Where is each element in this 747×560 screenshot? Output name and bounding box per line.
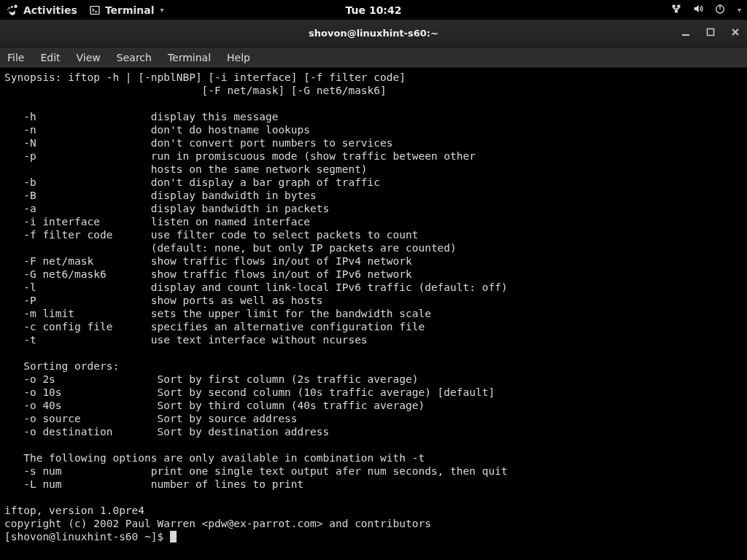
svg-point-3 bbox=[7, 9, 9, 10]
term-line: -L num number of lines to print bbox=[4, 478, 303, 490]
clock[interactable]: Tue 10:42 bbox=[346, 4, 402, 16]
terminal-icon bbox=[89, 4, 101, 16]
term-line: -o 10s Sort by second column (10s traffi… bbox=[4, 386, 495, 398]
close-button[interactable] bbox=[729, 28, 741, 39]
term-line: -b don't display a bar graph of traffic bbox=[4, 176, 380, 188]
term-line: Sorting orders: bbox=[4, 360, 119, 372]
chevron-down-icon: ▾ bbox=[160, 6, 164, 14]
term-line: -o 40s Sort by third column (40s traffic… bbox=[4, 400, 425, 411]
term-line: The following options are only available… bbox=[4, 452, 425, 464]
term-line: -o 2s Sort by first column (2s traffic a… bbox=[4, 373, 418, 385]
term-line: -p run in promiscuous mode (show traffic… bbox=[4, 150, 476, 162]
cursor-icon bbox=[170, 531, 177, 542]
menu-search[interactable]: Search bbox=[117, 52, 152, 63]
term-line: -m limit sets the upper limit for the ba… bbox=[4, 308, 431, 319]
svg-rect-6 bbox=[677, 5, 680, 8]
menu-view[interactable]: View bbox=[77, 52, 101, 63]
window-title: shovon@linuxhint-s60:~ bbox=[309, 28, 438, 39]
maximize-button[interactable] bbox=[705, 28, 716, 39]
window-titlebar[interactable]: shovon@linuxhint-s60:~ bbox=[0, 20, 747, 47]
activities-button[interactable]: Activities bbox=[23, 4, 77, 16]
gnome-logo-icon bbox=[6, 4, 19, 17]
term-line: -o source Sort by source address bbox=[4, 413, 298, 424]
menu-bar: File Edit View Search Terminal Help bbox=[0, 47, 747, 68]
term-line: -t use text interface without ncurses bbox=[4, 334, 368, 346]
svg-point-1 bbox=[11, 6, 13, 8]
menu-file[interactable]: File bbox=[7, 52, 24, 63]
svg-rect-9 bbox=[682, 34, 689, 36]
term-line: copyright (c) 2002 Paul Warren <pdw@ex-p… bbox=[4, 518, 431, 529]
system-status-area[interactable]: ▾ bbox=[670, 3, 741, 17]
svg-rect-4 bbox=[90, 6, 99, 14]
term-line: -a display bandwidth in packets bbox=[4, 203, 329, 214]
term-line: -i interface listen on named interface bbox=[4, 216, 310, 228]
minimize-button[interactable] bbox=[680, 28, 692, 39]
term-line: -B display bandwidth in bytes bbox=[4, 190, 317, 201]
term-line: (default: none, but only IP packets are … bbox=[4, 242, 457, 254]
svg-rect-7 bbox=[675, 9, 678, 12]
menu-terminal[interactable]: Terminal bbox=[168, 52, 211, 63]
term-line: -f filter code use filter code to select… bbox=[4, 229, 418, 241]
network-icon[interactable] bbox=[670, 3, 682, 17]
term-line: iftop, version 1.0pre4 bbox=[4, 505, 144, 516]
term-line: -h display this message bbox=[4, 111, 278, 122]
svg-rect-10 bbox=[708, 29, 714, 36]
term-line: -G net6/mask6 show traffic flows in/out … bbox=[4, 268, 412, 280]
terminal-output[interactable]: Synopsis: iftop -h | [-npblNBP] [-i inte… bbox=[0, 68, 747, 560]
svg-rect-5 bbox=[673, 5, 676, 8]
term-line: -P show ports as well as hosts bbox=[4, 295, 323, 306]
terminal-window: shovon@linuxhint-s60:~ File Edit View Se… bbox=[0, 20, 747, 560]
current-app-menu[interactable]: Terminal ▾ bbox=[89, 4, 164, 16]
term-line: -l display and count link-local IPv6 tra… bbox=[4, 281, 508, 293]
gnome-top-bar: Activities Terminal ▾ Tue 10:42 ▾ bbox=[0, 0, 747, 20]
current-app-label: Terminal bbox=[105, 4, 155, 16]
term-line: -c config file specifies an alternative … bbox=[4, 321, 425, 332]
svg-point-2 bbox=[8, 7, 9, 8]
term-line: -n don't do hostname lookups bbox=[4, 124, 310, 136]
power-icon[interactable] bbox=[714, 3, 726, 17]
term-line: -s num print one single text output afer… bbox=[4, 465, 508, 477]
menu-edit[interactable]: Edit bbox=[40, 52, 60, 63]
term-line: Synopsis: iftop -h | [-npblNBP] [-i inte… bbox=[4, 71, 406, 83]
term-line: -N don't convert port numbers to service… bbox=[4, 137, 393, 149]
term-line: hosts on the same network segment) bbox=[4, 163, 368, 175]
menu-help[interactable]: Help bbox=[227, 52, 250, 63]
chevron-down-icon: ▾ bbox=[738, 6, 741, 14]
term-line: -o destination Sort by destination addre… bbox=[4, 426, 329, 438]
term-prompt: [shovon@linuxhint-s60 ~]$ bbox=[4, 531, 170, 542]
term-line: [-F net/mask] [-G net6/mask6] bbox=[4, 85, 387, 96]
term-line: -F net/mask show traffic flows in/out of… bbox=[4, 255, 412, 267]
volume-icon[interactable] bbox=[692, 3, 704, 17]
svg-point-0 bbox=[14, 4, 18, 8]
